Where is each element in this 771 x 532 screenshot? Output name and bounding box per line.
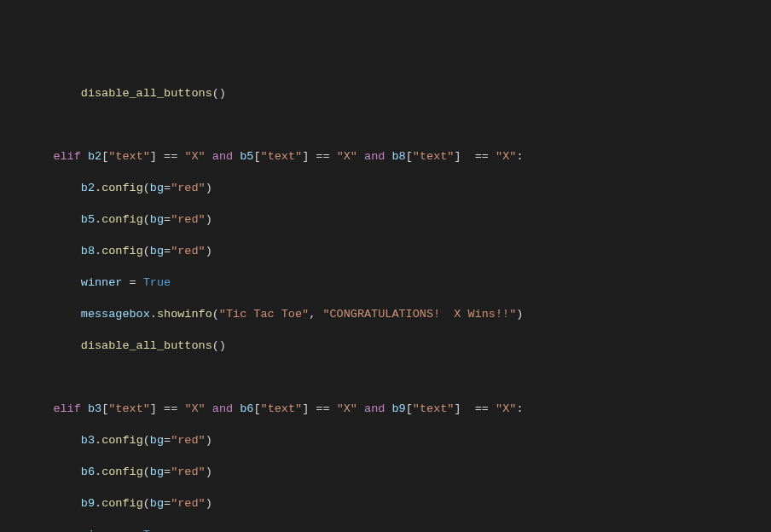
string: "X" <box>337 150 357 163</box>
var: b2 <box>88 150 101 163</box>
keyword-and: and <box>212 150 233 163</box>
kwarg: bg <box>150 182 164 194</box>
kwarg: bg <box>150 497 164 510</box>
code-editor-viewport[interactable]: disable_all_buttons() elif b2["text"] ==… <box>26 70 771 532</box>
method: config <box>101 497 143 510</box>
keyword-and: and <box>364 150 385 163</box>
kwarg: bg <box>150 213 164 226</box>
code-line: elif b2["text"] == "X" and b5["text"] ==… <box>26 149 771 165</box>
string: "red" <box>171 434 206 447</box>
code-line: b6.config(bg="red") <box>26 465 771 481</box>
keyword-elif: elif <box>53 150 80 163</box>
string: "text" <box>261 150 303 163</box>
string: "red" <box>171 182 206 194</box>
function-call: disable_all_buttons <box>81 87 212 100</box>
var: b9 <box>392 402 406 415</box>
string: "red" <box>171 466 206 478</box>
string: "text" <box>413 402 455 415</box>
code-line: messagebox.showinfo("Tic Tac Toe", "CONG… <box>26 307 771 323</box>
string: "CONGRATULATIONS! X Wins!!" <box>322 308 516 321</box>
code-line: b9.config(bg="red") <box>26 496 771 512</box>
string: "text" <box>108 150 150 163</box>
method: config <box>101 245 143 257</box>
string: "X" <box>184 150 205 163</box>
code-line: b8.config(bg="red") <box>26 244 771 260</box>
code-line: winner = True <box>26 275 771 292</box>
string: "text" <box>108 402 150 415</box>
code-line: b5.config(bg="red") <box>26 212 771 228</box>
code-line: disable_all_buttons() <box>26 338 771 355</box>
var: winner <box>81 276 123 289</box>
var: b8 <box>392 150 406 163</box>
keyword-and: and <box>364 402 385 415</box>
kwarg: bg <box>150 434 164 447</box>
method: config <box>101 182 143 194</box>
var: b5 <box>240 150 253 163</box>
string: "X" <box>337 402 357 415</box>
string: "X" <box>184 402 205 415</box>
blank-line <box>26 370 771 386</box>
module: messagebox <box>81 308 150 321</box>
string: "X" <box>496 150 516 163</box>
var: b6 <box>81 466 95 478</box>
string: "text" <box>261 402 303 415</box>
code-line: disable_all_buttons() <box>26 86 771 102</box>
method: showinfo <box>157 308 212 321</box>
string: "Tic Tac Toe" <box>219 308 309 321</box>
var: b3 <box>81 434 95 447</box>
string: "red" <box>171 497 206 510</box>
boolean: True <box>143 529 171 533</box>
code-line: winner = True <box>26 528 771 533</box>
string: "red" <box>171 213 206 226</box>
code-line: b3.config(bg="red") <box>26 433 771 449</box>
var: b9 <box>81 497 95 510</box>
var: b8 <box>81 245 95 257</box>
var: b3 <box>88 402 101 415</box>
keyword-elif: elif <box>53 402 80 415</box>
blank-line <box>26 118 771 134</box>
keyword-and: and <box>212 402 233 415</box>
var: b2 <box>81 182 95 194</box>
method: config <box>101 434 143 447</box>
code-line: elif b3["text"] == "X" and b6["text"] ==… <box>26 402 771 418</box>
var: b5 <box>81 213 95 226</box>
string: "X" <box>496 402 516 415</box>
var: winner <box>81 529 123 533</box>
boolean: True <box>143 276 171 289</box>
string: "red" <box>171 245 206 257</box>
code-line: b2.config(bg="red") <box>26 181 771 197</box>
function-call: disable_all_buttons <box>81 339 212 352</box>
kwarg: bg <box>150 245 164 257</box>
kwarg: bg <box>150 466 164 478</box>
method: config <box>101 466 143 478</box>
method: config <box>101 213 143 226</box>
var: b6 <box>240 402 253 415</box>
string: "text" <box>413 150 455 163</box>
